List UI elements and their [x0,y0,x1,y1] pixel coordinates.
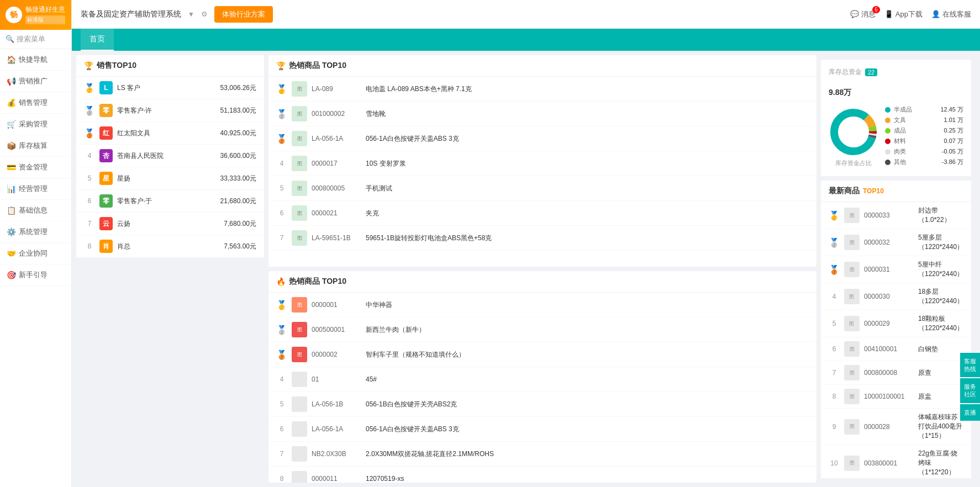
product-code: 0000029 [864,320,914,327]
hot-product-item[interactable]: 4 01 45# [268,367,816,392]
sidebar-item-快捷导航[interactable]: 🏠快捷导航 [0,49,71,71]
product-code: 0000028 [864,423,914,431]
new-product-item[interactable]: 4 图 0000030 18多层（1220*2440） [821,283,971,310]
medal-icon: 🥈 [84,105,95,116]
hot-product-item[interactable]: 5 LA-056-1B 056-1B白色按键开关壳ABS2克 [268,392,816,417]
float-btn-直播[interactable]: 直播 [960,404,980,421]
logo-text: 畅捷通好生意 [25,6,65,14]
sidebar-item-销售管理[interactable]: 💰销售管理 [0,92,71,114]
inventory-value: 9.88万 [829,81,963,99]
customer-list-item[interactable]: 🥉 红 红太阳文具 40,925.00元 [76,122,264,145]
sidebar-item-新手引导[interactable]: 🎯新手引导 [0,264,71,286]
hot-product-item[interactable]: 7 NB2.0X30B 2.0X30MM双搓花轴,搓花直径2.1MM/ROHS [268,442,816,467]
product-code: LA-59651-1B [312,234,361,242]
hot-product-item[interactable]: 8 0000011 12070519-xs [268,467,816,483]
hot-products-header: 🔥 热销商品 TOP10 [268,271,816,293]
tab-home[interactable]: 首页 [81,29,114,51]
float-btn-服务社区[interactable]: 服务社区 [960,378,980,403]
new-product-item[interactable]: 5 图 0000029 18颗粒板（1220*2440） [821,310,971,337]
hot-product-item[interactable]: 🥇 图 0000001 中华神器 [268,293,816,317]
products-listed: 🥇 图 LA-089 电池盖 LA-089 ABS本色+黑种 7.1克 🥈 图 … [268,77,816,251]
hot-product-item[interactable]: 6 LA-056-1A 056-1A白色按键开关盖ABS 3克 [268,417,816,442]
hot-product-item[interactable]: 🥈 图 000500001 新西兰牛肉（新牛） [268,317,816,342]
logo-icon: 畅 [6,7,22,23]
rank-number: 8 [829,393,840,400]
message-badge: 6 [872,6,880,13]
product-thumb: 图 [844,262,860,277]
new-product-item[interactable]: 7 图 000800008 原查 [821,361,971,385]
donut-chart-svg [829,107,878,157]
sidebar-item-营销推广[interactable]: 📢营销推广 [0,71,71,92]
rank-number: 6 [276,209,287,217]
sidebar-item-资金管理[interactable]: 💳资金管理 [0,157,71,178]
gear-icon[interactable]: ⚙ [201,10,208,18]
sidebar-item-经营管理[interactable]: 📊经营管理 [0,178,71,200]
sidebar-item-icon: 📋 [7,206,15,215]
product-thumb [292,396,307,412]
new-products-panel: 最新商品 TOP10 🥇 图 0000033 封边带（1.0*22） 🥈 图 0… [821,181,971,478]
sidebar-item-label: 采购管理 [19,119,48,129]
product-listed-item[interactable]: 6 图 0000021 夹克 [268,201,816,226]
legend-value: 0.07 万 [944,137,963,145]
customer-list-item[interactable]: 6 零 零售客户·于 21,680.00元 [76,190,264,213]
dropdown-arrow-icon[interactable]: ▼ [188,10,194,18]
float-btn-客服热线[interactable]: 客服热线 [960,353,980,378]
product-code: 0000031 [864,266,914,273]
message-btn[interactable]: 💬 消息 6 [850,9,876,19]
sidebar-search[interactable]: 🔍 搜索菜单 [0,30,71,49]
trial-button[interactable]: 体验行业方案 [214,6,273,23]
medal-icon: 🥈 [276,325,287,335]
medal-icon: 🥇 [829,210,840,221]
new-product-item[interactable]: 10 图 003800001 22g鱼豆腐·烧烤味（1*12*20） [821,445,971,478]
new-product-item[interactable]: 🥇 图 0000033 封边带（1.0*22） [821,202,971,229]
product-name: 中华神器 [366,300,809,310]
medal-icon: 🥈 [829,237,840,248]
product-listed-item[interactable]: 🥉 图 LA-056-1A 056-1A白色按键开关盖ABS 3克 [268,126,816,151]
online-service-label: 在线客服 [942,9,971,19]
sidebar-item-系统管理[interactable]: ⚙️系统管理 [0,221,71,243]
new-product-item[interactable]: 8 图 10000100001 原盅 [821,385,971,409]
new-product-item[interactable]: 9 图 0000028 体喊嘉枝味苏打饮品400毫升（1*15） [821,409,971,445]
customer-amount: 33,333.00元 [220,174,256,183]
sidebar: 畅 畅捷通好生意 标准版 🔍 搜索菜单 🏠快捷导航📢营销推广💰销售管理🛒采购管理… [0,0,72,487]
sidebar-item-label: 经营管理 [19,184,48,194]
product-listed-item[interactable]: 🥇 图 LA-089 电池盖 LA-089 ABS本色+黑种 7.1克 [268,77,816,102]
product-code: 000500001 [312,326,361,334]
product-name: 18颗粒板（1220*2440） [918,314,963,333]
legend-name: 成品 [894,126,941,135]
new-product-item[interactable]: 6 图 004100001 白钢垫 [821,337,971,361]
app-download-btn[interactable]: 📱 App下载 [884,9,923,19]
product-thumb: 图 [844,289,860,304]
rank-number: 7 [829,369,840,377]
new-product-item[interactable]: 🥈 图 0000032 5厘多层（1220*2440） [821,229,971,256]
customer-avatar: L [99,81,113,94]
rank-number: 4 [276,375,287,383]
sidebar-item-库存核算[interactable]: 📦库存核算 [0,135,71,157]
system-name: 装备及固定资产辅助管理系统 [81,9,181,19]
product-listed-item[interactable]: 4 图 0000017 10S 变射罗浆 [268,151,816,176]
sidebar-item-采购管理[interactable]: 🛒采购管理 [0,114,71,135]
customer-list-item[interactable]: 4 杏 苍南县人民医院 36,600.00元 [76,145,264,167]
top-products-listed-header: 🏆 热销商品 TOP10 [268,55,816,77]
content-area: 🏆 销售TOP10 🥇 L LS 客户 53,006.26元 🥈 零 零售客户·… [72,51,980,487]
hot-product-item[interactable]: 🥉 图 0000002 智利车子里（规格不知道填什么） [268,342,816,367]
legend-dot [885,149,891,155]
online-service-btn[interactable]: 👤 在线客服 [931,9,971,19]
customer-list-item[interactable]: 7 云 云扬 7,680.00元 [76,213,264,235]
rank-number: 4 [84,152,95,160]
medal-icon: 🥇 [84,83,95,93]
product-listed-item[interactable]: 🥈 图 001000002 雪地靴 [268,102,816,126]
product-code: 004100001 [864,345,914,353]
sidebar-item-基础信息[interactable]: 📋基础信息 [0,200,71,221]
customer-list-item[interactable]: 🥇 L LS 客户 53,006.26元 [76,77,264,99]
legend-item: 半成品 12.45 万 [885,105,963,114]
product-code: 003800001 [864,459,914,467]
customer-list-item[interactable]: 🥈 零 零售客户·许 51,183.00元 [76,99,264,122]
product-name: 59651-1B旋转投影灯电池盒ABS黑色+58克 [366,234,809,243]
product-listed-item[interactable]: 5 图 000800005 手机测试 [268,176,816,201]
new-product-item[interactable]: 🥉 图 0000031 5厘中纤（1220*2440） [821,256,971,283]
sidebar-item-企业协同[interactable]: 🤝企业协同 [0,243,71,264]
customer-list-item[interactable]: 5 星 星扬 33,333.00元 [76,167,264,190]
product-listed-item[interactable]: 7 图 LA-59651-1B 59651-1B旋转投影灯电池盒ABS黑色+58… [268,226,816,251]
customer-list-item[interactable]: 8 肖 肖总 7,563.00元 [76,235,264,258]
